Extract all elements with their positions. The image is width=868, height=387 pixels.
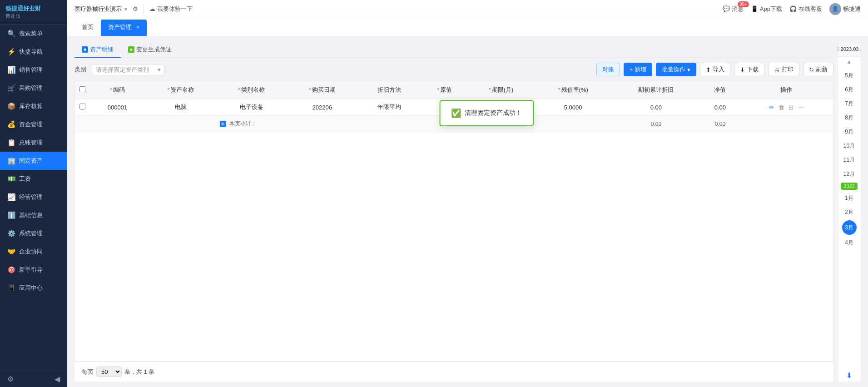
reconcile-btn[interactable]: 对账 [596,63,620,76]
row-initial-dep-0: 0.00 [612,99,700,116]
timeline-up-btn[interactable]: ▲ [838,57,861,67]
user-name: 畅捷通 [843,5,861,13]
batch-btn[interactable]: 批量操作 ▾ [656,63,696,76]
sub-tab-change-voucher[interactable]: ■ 变更生成凭证 [121,42,179,57]
sidebar-item-快捷导航[interactable]: ⚡快捷导航 [0,43,67,61]
timeline-month-item[interactable]: 4月 [840,236,858,249]
page-size-select[interactable]: 50 100 [96,367,122,377]
more-icon-0[interactable]: ⋯ [798,104,804,111]
timeline-date: 2023.03 [841,46,859,52]
sub-tab-icon-2: ■ [130,47,132,52]
timeline-scroll: 5月6月7月8月9月10月11月12月20231月2月3月4月 [838,67,861,369]
sub-tab-change-voucher-label: 变更生成凭证 [136,45,172,54]
row-category-0: 电子设备 [216,99,287,116]
settings-icon[interactable]: ⚙ [7,375,14,383]
sidebar-label-13: 新手引导 [19,266,43,274]
sub-tab-asset-detail[interactable]: ■ 资产明细 [74,42,121,58]
sidebar-icon-8: 💵 [7,175,15,183]
sidebar-item-经营管理[interactable]: 📈经营管理 [0,188,67,206]
content-main: ■ 资产明细 ■ 变更生成凭证 类别 请选择固定资产类别 [74,42,833,382]
sidebar-label-10: 基础信息 [19,211,43,219]
toolbar-left: 类别 请选择固定资产类别 [74,64,164,75]
tab-home[interactable]: 首页 [74,20,101,36]
sidebar-item-库存核算[interactable]: 📦库存核算 [0,97,67,115]
sidebar-logo: 畅捷通好业财 普及版 [0,0,67,25]
timeline-month-item[interactable]: 11月 [840,154,858,167]
select-all-checkbox[interactable] [79,86,85,92]
user-avatar-btn[interactable]: 👤 畅捷通 [829,3,861,15]
timeline-month-item[interactable]: 2月 [840,206,858,219]
messages-btn[interactable]: 💬 消息 99+ [723,5,744,13]
app-download-btn[interactable]: 📱 App下载 [751,5,782,13]
collapse-icon[interactable]: ◀ [55,375,60,383]
sidebar-label-1: 快捷导航 [19,48,43,56]
subtotal-empty-2 [89,116,145,132]
print-btn[interactable]: 🖨 打印 [768,63,799,76]
sidebar-label-4: 库存核算 [19,102,43,110]
online-service-btn[interactable]: 🎧 在线客服 [789,5,822,13]
import-label: 导入 [713,65,724,74]
company-dropdown-icon[interactable]: ▾ [124,6,127,12]
tabs-bar: 首页 资产管理 × [67,18,868,36]
timeline-month-item[interactable]: 9月 [840,125,858,139]
sidebar-label-12: 企业协同 [19,248,43,256]
timeline-month-item[interactable]: 1月 [840,192,858,205]
timeline-month-item[interactable]: 7月 [840,97,858,110]
th-purchase-date: *购买日期 [287,81,357,99]
timeline-down-btn[interactable]: ⬇ [838,369,861,382]
th-category: *类别名称 [216,81,287,99]
new-label: + 新增 [630,65,646,74]
table-header-row: *编码 *资产名称 *类别名称 *购买日期 折旧方法 *原值 *期限(月) *残… [75,81,833,99]
timeline-month-item[interactable]: 5月 [840,69,858,82]
sidebar-item-搜索菜单[interactable]: 🔍搜索菜单 [0,25,67,43]
toast-message: 清理固定资产成功！ [465,109,522,117]
row-purchase-date-0: 202206 [287,99,357,116]
avatar-icon: 👤 [832,6,838,12]
refresh-btn[interactable]: ↻ 刷新 [803,63,833,76]
sidebar-label-6: 总账管理 [19,139,43,147]
timeline-active-month[interactable]: 3月 [842,220,857,235]
import-btn[interactable]: ⬆ 导入 [700,63,730,76]
sidebar-item-基础信息[interactable]: ℹ️基础信息 [0,206,67,224]
sidebar-item-企业协同[interactable]: 🤝企业协同 [0,243,67,261]
timeline-month-item[interactable]: 10月 [840,139,858,153]
sidebar-item-应用中心[interactable]: 📱应用中心 [0,279,67,297]
th-operations: 操作 [740,81,833,99]
timeline-panel: ✕ 2023.03 ⤢ ▲ 5月6月7月8月9月10月11月12月20231月2… [837,42,861,382]
sidebar: 畅捷通好业财 普及版 🔍搜索菜单⚡快捷导航📊销售管理🛒采购管理📦库存核算💰资金管… [0,0,67,387]
timeline-expand-icon[interactable]: ⤢ [859,46,861,52]
category-select-wrapper: 请选择固定资产类别 [92,64,164,75]
import-icon: ⬆ [706,66,711,73]
tab-close-icon[interactable]: × [136,24,140,30]
sidebar-item-系统管理[interactable]: ⚙️系统管理 [0,224,67,243]
timeline-month-item[interactable]: 6月 [840,83,858,96]
new-btn[interactable]: + 新增 [624,63,652,76]
sidebar-item-资金管理[interactable]: 💰资金管理 [0,115,67,134]
delete-icon-0[interactable]: 🗑 [779,104,784,111]
experience-btn[interactable]: ☁ 我要体验一下 [149,5,193,13]
subtotal-empty-1 [75,116,89,132]
download-btn[interactable]: ⬇ 下载 [734,63,764,76]
row-code-0: 000001 [89,99,145,116]
tab-asset-management[interactable]: 资产管理 × [101,20,147,36]
sidebar-item-销售管理[interactable]: 📊销售管理 [0,61,67,79]
category-select[interactable]: 请选择固定资产类别 [92,64,164,75]
th-residual-rate: *残值率(%) [534,81,612,99]
row-checkbox-0[interactable] [79,104,85,109]
sidebar-item-采购管理[interactable]: 🛒采购管理 [0,79,67,97]
sidebar-item-总账管理[interactable]: 📋总账管理 [0,134,67,152]
row-ops-0: ✏ 🗑 ⊞ ⋯ [740,99,833,116]
timeline-close-icon[interactable]: ✕ [837,45,840,53]
company-selector[interactable]: 医疗器械行业演示 ▾ [74,5,127,13]
topbar-gear-icon[interactable]: ⚙ [133,5,138,12]
edit-icon-0[interactable]: ✏ [769,104,774,111]
timeline-month-item[interactable]: 12月 [840,168,858,181]
copy-icon-0[interactable]: ⊞ [789,104,794,111]
sidebar-item-新手引导[interactable]: 🎯新手引导 [0,261,67,279]
print-label: 打印 [782,65,794,74]
timeline-month-item[interactable]: 8月 [840,111,858,124]
sidebar-item-工资[interactable]: 💵工资 [0,170,67,188]
toast-notification: ✅ 清理固定资产成功！ [439,100,534,126]
sidebar-item-固定资产[interactable]: 🏢固定资产 [0,152,67,170]
timeline-current-year[interactable]: 2023 [841,183,857,190]
